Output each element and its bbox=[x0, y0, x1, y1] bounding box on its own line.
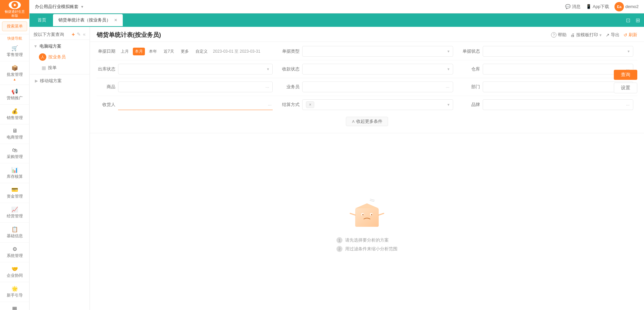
sidebar-item-sales[interactable]: 💰 销售管理 bbox=[0, 105, 29, 124]
help-label: 帮助 bbox=[558, 32, 567, 38]
date-btn-this-month[interactable]: 本月 bbox=[133, 48, 145, 55]
sidebar-item-marketing[interactable]: 📢 营销推广 bbox=[0, 85, 29, 105]
out-status-select[interactable]: ▾ bbox=[118, 64, 273, 74]
print-label: 按模板打印 bbox=[576, 32, 598, 38]
consignee-input[interactable] bbox=[118, 99, 273, 110]
date-btn-more[interactable]: 更多 bbox=[178, 47, 192, 56]
department-select[interactable]: ▾ bbox=[483, 82, 633, 92]
goods-label: 商品 bbox=[97, 84, 115, 90]
help-btn[interactable]: ? 帮助 bbox=[551, 32, 567, 38]
doc-status-select[interactable]: ▾ bbox=[483, 46, 633, 57]
right-panel: 销货单统计表(按业务员) ? 帮助 🖨 按模板打印 ▾ ↗ 导出 bbox=[90, 27, 644, 310]
payment-cell: 结算方式 × ▾ bbox=[277, 99, 457, 110]
collapse-section: ∧ 收起更多条件 bbox=[97, 114, 637, 129]
brand-cell: 品牌 ··· bbox=[457, 99, 637, 110]
doc-type-select[interactable]: ▾ bbox=[302, 46, 453, 57]
restore-window-btn[interactable]: ⊡ bbox=[625, 16, 632, 25]
svg-point-5 bbox=[371, 214, 372, 215]
sidebar-item-ecommerce[interactable]: 🖥 电商管理 bbox=[0, 124, 29, 144]
payment-tag-close[interactable]: × bbox=[309, 102, 311, 107]
sidebar-item-basic[interactable]: 📋 基础信息 bbox=[0, 223, 29, 243]
logo-text: 畅捷通好生意 标版 bbox=[5, 10, 25, 18]
topbar-right: 💬 消息 📱 App下载 Ea demo2 bbox=[565, 2, 639, 11]
export-icon: ↗ bbox=[606, 33, 609, 38]
topbar-dropdown-icon[interactable]: ▾ bbox=[81, 4, 83, 9]
collapse-more-btn[interactable]: ∧ 收起更多条件 bbox=[346, 117, 388, 126]
svg-rect-1 bbox=[355, 208, 379, 227]
date-btn-7days[interactable]: 近7天 bbox=[161, 47, 177, 56]
tree-section-mobile: ▶ 移动端方案 bbox=[30, 74, 90, 87]
sidebar-item-retail[interactable]: 🛒 零售管理 bbox=[0, 42, 29, 61]
date-btn-this-year[interactable]: 本年 bbox=[146, 47, 160, 56]
sidebar-item-enterprise[interactable]: 🤝 企业协同 bbox=[0, 262, 29, 282]
messages-btn[interactable]: 💬 消息 bbox=[565, 4, 581, 10]
date-label: 单据日期 bbox=[97, 48, 115, 54]
sidebar-item-apps[interactable]: ▦ 应用中心 bbox=[0, 302, 29, 310]
tab-sales-stats-label: 销货单统计表（按业务员） bbox=[58, 17, 111, 23]
tip-num-2: 2 bbox=[336, 246, 342, 252]
doc-type-cell: 单据类型 ▾ bbox=[277, 46, 457, 57]
warehouse-cell: 仓库 ··· bbox=[457, 64, 637, 74]
tabbar: 首页 销货单统计表（按业务员） ✕ ⊡ ⊞ bbox=[30, 13, 644, 27]
export-label: 导出 bbox=[611, 32, 620, 38]
export-btn[interactable]: ↗ 导出 bbox=[606, 32, 620, 38]
print-btn[interactable]: 🖨 按模板打印 ▾ bbox=[571, 32, 602, 38]
sidebar-item-system[interactable]: ⚙ 系统管理 bbox=[0, 243, 29, 262]
main-area: 办公用品行业模拟账套 ▾ 💬 消息 📱 App下载 Ea demo2 首页 bbox=[30, 0, 644, 310]
sidebar-item-finance[interactable]: 💳 资金管理 bbox=[0, 183, 29, 203]
panel-header-title: 按以下方案查询 bbox=[34, 32, 64, 38]
app-download-btn[interactable]: 📱 App下载 bbox=[586, 4, 609, 10]
tree-mobile-section[interactable]: ▶ 移动端方案 bbox=[30, 76, 90, 86]
tab-sales-stats[interactable]: 销货单统计表（按业务员） ✕ bbox=[53, 14, 123, 26]
user-profile[interactable]: Ea demo2 bbox=[614, 2, 639, 11]
sidebar-item-purchase[interactable]: 🛍 采购管理 bbox=[0, 144, 29, 163]
by-salesperson-label: 按业务员 bbox=[48, 54, 66, 60]
expand-window-btn[interactable]: ⊞ bbox=[634, 16, 641, 25]
brand-input[interactable]: ··· bbox=[483, 99, 633, 110]
add-scheme-btn[interactable]: + bbox=[72, 32, 75, 38]
tab-close-icon[interactable]: ✕ bbox=[114, 18, 117, 22]
sidebar-item-operations[interactable]: 📈 经营管理 bbox=[0, 203, 29, 223]
out-status-cell: 出库状态 ▾ bbox=[97, 64, 277, 74]
tree-mobile-arrow: ▶ bbox=[35, 79, 38, 83]
date-group: 上月 本月 本年 近7天 更多 自定义 2023-03-01 至 2023-03… bbox=[118, 47, 273, 56]
page-actions: ? 帮助 🖨 按模板打印 ▾ ↗ 导出 ↺ 刷新 bbox=[551, 32, 637, 38]
warehouse-input[interactable]: ··· bbox=[483, 64, 633, 74]
tree-pc-section[interactable]: ▼ 电脑端方案 bbox=[30, 41, 90, 51]
tab-home[interactable]: 首页 bbox=[32, 14, 52, 26]
salesperson-input[interactable]: ··· bbox=[302, 82, 453, 92]
sidebar-item-wholesale[interactable]: 📦 批发管理 ▲ bbox=[0, 61, 29, 85]
collapse-panel-btn[interactable]: « bbox=[83, 32, 86, 38]
app-download-label: App下载 bbox=[593, 4, 609, 10]
tree-expand-icon: ▼ bbox=[34, 44, 38, 49]
goods-input[interactable]: ··· bbox=[118, 82, 273, 92]
refresh-btn[interactable]: ↺ 刷新 bbox=[624, 32, 637, 38]
setting-btn[interactable]: 设置 bbox=[614, 83, 637, 93]
empty-tip-1-text: 请先选择要分析的方案 bbox=[345, 237, 389, 243]
edit-scheme-btn[interactable]: ✎ bbox=[77, 32, 81, 38]
sidebar-item-inventory[interactable]: 📊 库存核算 bbox=[0, 163, 29, 183]
sidebar-nav: 🛒 零售管理 📦 批发管理 ▲ 📢 营销推广 💰 销售管理 🖥 电商管理 🛍 采… bbox=[0, 42, 29, 310]
wholesale-arrow: ▲ bbox=[13, 78, 16, 81]
date-btn-last-month[interactable]: 上月 bbox=[118, 47, 131, 56]
sidebar-item-newuser[interactable]: 🌟 新手引导 bbox=[0, 282, 29, 302]
query-btn[interactable]: 查询 bbox=[614, 70, 637, 80]
message-icon: 💬 bbox=[565, 4, 571, 9]
tree-by-order[interactable]: ▦ 按单 bbox=[30, 63, 90, 73]
topbar: 办公用品行业模拟账套 ▾ 💬 消息 📱 App下载 Ea demo2 bbox=[30, 0, 644, 13]
doc-type-arrow: ▾ bbox=[447, 49, 449, 54]
department-label: 部门 bbox=[461, 84, 480, 90]
quick-nav-label: 快捷导航 bbox=[6, 34, 23, 41]
date-btn-custom[interactable]: 自定义 bbox=[193, 47, 210, 56]
by-order-icon: ▦ bbox=[42, 65, 46, 70]
salesperson-cell: 业务员 ··· bbox=[277, 82, 457, 92]
query-btn-area: 查询 设置 bbox=[614, 70, 637, 93]
payment-label: 结算方式 bbox=[281, 102, 300, 108]
sidebar: 畅捷通好生意 标版 搜索菜单 快捷导航 🛒 零售管理 📦 批发管理 ▲ 📢 营销… bbox=[0, 0, 30, 310]
payment-input[interactable]: × ▾ bbox=[302, 99, 453, 110]
apps-icon: ▦ bbox=[12, 305, 17, 310]
tree-by-salesperson[interactable]: 人 按业务员 bbox=[30, 51, 90, 63]
receive-status-arrow: ▾ bbox=[447, 67, 449, 71]
search-menu-button[interactable]: 搜索菜单 bbox=[2, 21, 27, 31]
receive-status-select[interactable]: ▾ bbox=[302, 64, 453, 74]
